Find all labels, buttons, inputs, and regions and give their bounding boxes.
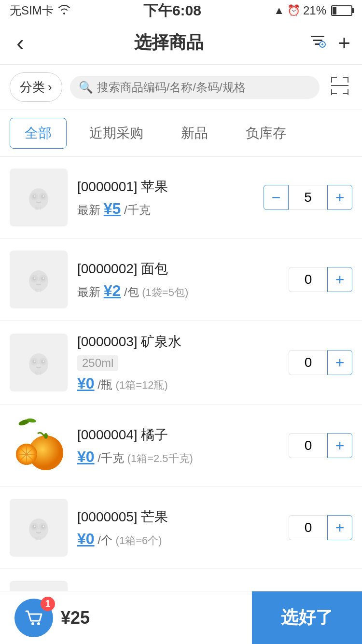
svg-point-80 <box>31 622 34 625</box>
category-arrow: › <box>48 80 52 95</box>
qty-control-0000004: + <box>289 433 352 458</box>
cart-icon <box>23 607 44 629</box>
product-price-0000001: 最新 ¥5 /千克 <box>77 200 254 218</box>
product-image-0000004 <box>10 417 68 475</box>
alarm-icon: ⏰ <box>287 4 300 17</box>
qty-input-0000004[interactable] <box>289 433 327 458</box>
category-label: 分类 <box>20 79 45 96</box>
svg-rect-1 <box>313 40 322 41</box>
cart-total: ¥25 <box>61 608 90 628</box>
product-info-0000001: [0000001] 苹果 最新 ¥5 /千克 <box>77 178 254 218</box>
product-item-0000004: [0000004] 橘子 ¥0 /千克 (1箱=2.5千克) + <box>0 405 362 486</box>
scan-button[interactable] <box>327 73 352 102</box>
search-icon: 🔍 <box>79 81 93 94</box>
qty-input-0000002[interactable] <box>289 267 327 292</box>
battery-percent: 21% <box>303 4 326 17</box>
qty-control-0000001: − + <box>264 185 352 210</box>
product-price-0000004: ¥0 /千克 (1箱=2.5千克) <box>77 448 279 466</box>
wifi-icon <box>57 4 71 17</box>
filter-button[interactable] <box>309 32 326 54</box>
svg-point-59 <box>43 526 44 527</box>
cart-badge: 1 <box>41 597 55 611</box>
product-info-0000004: [0000004] 橘子 ¥0 /千克 (1箱=2.5千克) <box>77 426 279 466</box>
product-info-0000002: [0000002] 面包 最新 ¥2 /包 (1袋=5包) <box>77 260 279 300</box>
svg-rect-13 <box>348 89 348 95</box>
svg-point-44 <box>44 433 48 439</box>
add-button[interactable]: + <box>338 31 350 55</box>
svg-rect-7 <box>331 77 332 83</box>
product-name-0000003: [0000003] 矿泉水 <box>77 333 279 351</box>
product-name-0000001: [0000001] 苹果 <box>77 178 254 196</box>
placeholder-owl-icon: 智十 <box>22 346 56 379</box>
svg-text:智十: 智十 <box>35 371 42 376</box>
tab-negative[interactable]: 负库存 <box>231 118 301 149</box>
svg-text:智十: 智十 <box>35 536 42 541</box>
qty-input-0000003[interactable] <box>289 350 327 375</box>
svg-point-81 <box>37 622 40 625</box>
placeholder-owl-icon: 智十 <box>22 181 56 214</box>
product-image-0000003: 智十 <box>10 334 68 392</box>
qty-input-0000001[interactable] <box>289 185 327 210</box>
svg-point-20 <box>34 196 36 197</box>
product-name-0000004: [0000004] 橘子 <box>77 426 279 444</box>
svg-point-30 <box>43 278 44 279</box>
svg-text:智十: 智十 <box>35 288 42 293</box>
product-name-0000002: [0000002] 面包 <box>77 260 279 278</box>
product-item-0000002: 智十 [0000002] 面包 最新 ¥2 /包 (1袋=5包) + <box>0 239 362 320</box>
product-name-0000005: [0000005] 芒果 <box>77 508 279 526</box>
qty-plus-0000004[interactable]: + <box>327 433 352 458</box>
nav-actions: + <box>309 31 350 55</box>
status-left: 无SIM卡 <box>10 3 71 18</box>
qty-control-0000003: + <box>289 350 352 375</box>
tab-new[interactable]: 新品 <box>166 118 223 149</box>
product-image-0000005: 智十 <box>10 499 68 557</box>
product-image-0000002: 智十 <box>10 251 68 308</box>
svg-point-39 <box>43 361 44 362</box>
tab-all[interactable]: 全部 <box>10 118 67 149</box>
svg-rect-14 <box>331 85 348 86</box>
product-price-0000005: ¥0 /个 (1箱=6个) <box>77 530 279 548</box>
carrier-label: 无SIM卡 <box>10 3 54 18</box>
battery-icon <box>331 5 352 16</box>
product-list: 智十 [0000001] 苹果 最新 ¥5 /千克 − + <box>0 157 362 644</box>
qty-control-0000002: + <box>289 267 352 292</box>
product-price-0000002: 最新 ¥2 /包 (1袋=5包) <box>77 282 279 300</box>
qty-control-0000005: + <box>289 515 352 540</box>
placeholder-owl-icon: 智十 <box>22 263 56 296</box>
placeholder-owl-icon: 智十 <box>22 511 56 545</box>
svg-point-21 <box>43 196 44 197</box>
svg-point-38 <box>34 361 36 362</box>
svg-point-58 <box>34 526 36 527</box>
location-icon: ▲ <box>274 4 284 17</box>
qty-input-0000005[interactable] <box>289 515 327 540</box>
search-input[interactable] <box>97 81 311 94</box>
tabs-bar: 全部 近期采购 新品 负库存 <box>0 110 362 157</box>
back-button[interactable]: ‹ <box>12 25 29 61</box>
product-info-0000005: [0000005] 芒果 ¥0 /个 (1箱=6个) <box>77 508 279 548</box>
qty-minus-0000001[interactable]: − <box>264 185 289 210</box>
status-bar: 无SIM卡 下午6:08 ▲ ⏰ 21% <box>0 0 362 21</box>
page-title: 选择商品 <box>134 31 204 55</box>
confirm-button[interactable]: 选好了 <box>252 591 362 644</box>
filter-bar: 分类 › 🔍 <box>0 65 362 110</box>
svg-rect-9 <box>348 77 348 83</box>
search-box: 🔍 <box>70 76 320 99</box>
product-price-0000003: ¥0 /瓶 (1箱=12瓶) <box>77 375 279 392</box>
product-item-0000005: 智十 [0000005] 芒果 ¥0 /个 (1箱=6个) + <box>0 487 362 568</box>
product-spec-0000003: 250ml <box>77 355 118 371</box>
product-info-0000003: [0000003] 矿泉水 250ml ¥0 /瓶 (1箱=12瓶) <box>77 333 279 392</box>
svg-rect-11 <box>331 89 332 95</box>
tab-recent[interactable]: 近期采购 <box>74 118 158 149</box>
qty-plus-0000001[interactable]: + <box>327 185 352 210</box>
status-time: 下午6:08 <box>143 1 201 21</box>
qty-plus-0000005[interactable]: + <box>327 515 352 540</box>
cart-button[interactable]: 1 <box>14 599 53 637</box>
svg-rect-0 <box>311 36 324 37</box>
cart-section: 1 ¥25 <box>0 599 252 637</box>
qty-plus-0000002[interactable]: + <box>327 267 352 292</box>
orange-illustration <box>10 417 68 475</box>
svg-text:智十: 智十 <box>35 206 42 210</box>
category-button[interactable]: 分类 › <box>10 72 62 102</box>
qty-plus-0000003[interactable]: + <box>327 350 352 375</box>
product-image-0000001: 智十 <box>10 168 68 226</box>
